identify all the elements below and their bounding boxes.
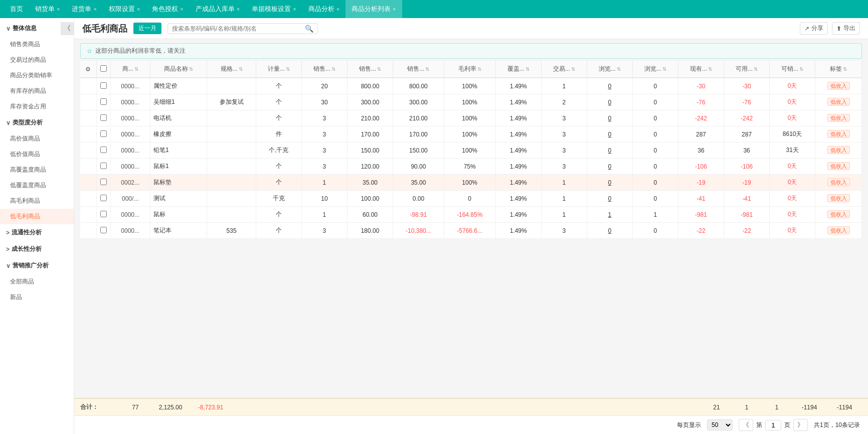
col-sale-count[interactable]: 销售...⇅ [301,61,347,78]
cell-view1[interactable]: 0 [587,94,632,110]
cell-view1[interactable]: 0 [587,223,632,239]
close-icon[interactable]: × [137,6,140,12]
nav-item-analysis[interactable]: 商品分析 × [302,0,345,18]
cell-view1[interactable]: 0 [587,142,632,159]
row-checkbox[interactable] [100,227,107,233]
prev-page-button[interactable]: 《 [739,419,753,431]
close-icon[interactable]: × [336,6,339,12]
nav-item-permissions[interactable]: 权限设置 × [103,0,146,18]
row-checkbox[interactable] [100,179,107,185]
sidebar-group-marketing[interactable]: ∨ 营销推广分析 [0,257,74,274]
row-checkbox[interactable] [100,211,107,217]
per-page-select[interactable]: 50 100 200 [707,419,733,430]
col-name[interactable]: 商品名称⇅ [150,61,207,78]
row-checkbox[interactable] [100,195,107,201]
close-icon[interactable]: × [180,6,183,12]
row-checkbox[interactable] [100,147,107,153]
cell-checkbox[interactable] [96,94,110,110]
col-code[interactable]: 商...⇅ [110,61,150,78]
close-icon[interactable]: × [293,6,296,12]
col-spec[interactable]: 规格...⇅ [207,61,256,78]
cell-checkbox[interactable] [96,207,110,223]
share-button[interactable]: ↗ 分享 [800,22,828,35]
col-sale-price[interactable]: 销售...⇅ [347,61,393,78]
nav-item-roles[interactable]: 角色授权 × [146,0,189,18]
cell-checkbox[interactable] [96,126,110,142]
filter-button[interactable]: 近一月 [133,23,161,34]
cell-checkbox[interactable] [96,175,110,191]
nav-item-sales[interactable]: 销货单 × [29,0,66,18]
sidebar-collapse-button[interactable]: 《 [61,22,74,35]
sidebar-item-low-margin[interactable]: 低毛利商品 [0,209,74,224]
sidebar-group-flow[interactable]: > 流通性分析 [0,224,74,241]
cell-view1[interactable]: 1 [587,207,632,223]
sidebar-item-high-coverage[interactable]: 高覆盖度商品 [0,162,74,178]
cell-unit: 个 [256,175,301,191]
sidebar-item-sales-products[interactable]: 销售类商品 [0,37,74,52]
sidebar-group-type[interactable]: ∨ 类型度分析 [0,114,74,131]
search-icon[interactable]: 🔍 [305,25,313,33]
row-checkbox[interactable] [100,98,107,105]
cell-trade: 3 [541,223,587,239]
cell-name: 鼠标 [150,207,207,223]
row-checkbox[interactable] [100,163,107,169]
sidebar-group-overall[interactable]: ∨ 整体信息 [0,20,43,37]
sidebar-item-traded-products[interactable]: 交易过的商品 [0,52,74,68]
col-current[interactable]: 现有...⇅ [678,61,724,78]
close-icon[interactable]: × [237,6,240,12]
cell-view1[interactable]: 0 [587,191,632,207]
sidebar-item-high-value[interactable]: 高价值商品 [0,131,74,147]
nav-item-product-entry[interactable]: 产成品入库单 × [190,0,246,18]
cell-checkbox[interactable] [96,78,110,94]
col-view1[interactable]: 浏览...⇅ [587,61,632,78]
nav-item-analysis-list[interactable]: 商品分析列表 × [345,0,402,18]
sidebar-item-stock-capital[interactable]: 库存资金占用 [0,99,74,114]
cell-code: 0000... [110,110,150,126]
col-view2[interactable]: 浏览...⇅ [632,61,678,78]
col-sale-amount[interactable]: 销售...⇅ [393,61,444,78]
cell-view1[interactable]: 0 [587,78,632,94]
export-button[interactable]: ⬆ 导出 [832,22,860,35]
sidebar-item-low-coverage[interactable]: 低覆盖度商品 [0,178,74,193]
cell-view1[interactable]: 0 [587,175,632,191]
close-icon[interactable]: × [57,6,60,12]
cell-view1[interactable]: 0 [587,159,632,175]
sidebar-item-category-rate[interactable]: 商品分类助销率 [0,68,74,83]
cell-checkbox[interactable] [96,191,110,207]
page-number-input[interactable] [765,420,781,430]
close-icon[interactable]: × [93,6,96,12]
sidebar-group-growth[interactable]: > 成长性分析 [0,241,74,257]
col-available[interactable]: 可用...⇅ [724,61,770,78]
cell-checkbox[interactable] [96,110,110,126]
col-trade[interactable]: 交易...⇅ [541,61,587,78]
cell-checkbox[interactable] [96,223,110,239]
sidebar-item-new-products[interactable]: 新品 [0,290,74,305]
col-unit[interactable]: 计量...⇅ [256,61,301,78]
col-checkbox[interactable] [96,61,110,78]
nav-item-home[interactable]: 首页 [4,0,29,18]
row-checkbox[interactable] [100,114,107,121]
cell-view1[interactable]: 0 [587,110,632,126]
row-checkbox[interactable] [100,130,107,137]
next-page-button[interactable]: 》 [793,419,808,431]
row-checkbox[interactable] [100,82,107,89]
cell-unit: 件 [256,126,301,142]
col-settings[interactable]: ⚙ [80,61,96,78]
cell-checkbox[interactable] [96,142,110,159]
search-input[interactable] [172,25,305,32]
sidebar-item-stock-products[interactable]: 有库存的商品 [0,83,74,99]
sidebar-item-low-value[interactable]: 低价值商品 [0,147,74,162]
col-gross-rate[interactable]: 毛利率⇅ [444,61,495,78]
sidebar-item-all-products[interactable]: 全部商品 [0,274,74,290]
cell-view1[interactable]: 0 [587,126,632,142]
nav-item-template[interactable]: 单据模板设置 × [246,0,302,18]
close-icon[interactable]: × [393,6,396,12]
sidebar-item-high-margin[interactable]: 高毛利商品 [0,193,74,209]
table-area: ⚙ 商...⇅ 商品名称⇅ 规格...⇅ 计量...⇅ 销售...⇅ 销售...… [74,61,868,398]
col-tag[interactable]: 标签⇅ [815,61,862,78]
cell-checkbox[interactable] [96,159,110,175]
col-saleable[interactable]: 可销...⇅ [770,61,815,78]
select-all-checkbox[interactable] [100,65,107,72]
nav-item-purchase[interactable]: 进货单 × [66,0,102,18]
col-coverage[interactable]: 覆盖...⇅ [495,61,541,78]
